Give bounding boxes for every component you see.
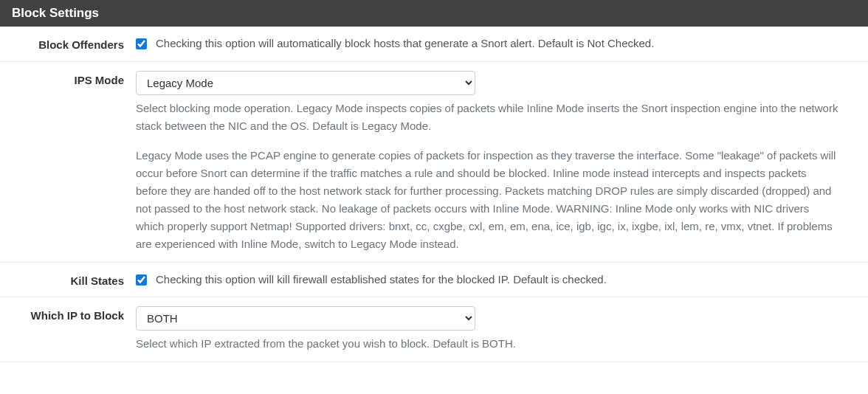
kill-states-checkbox[interactable] (136, 274, 147, 286)
block-offenders-control: Checking this option will automatically … (136, 35, 868, 52)
block-offenders-checkbox[interactable] (136, 38, 147, 49)
which-ip-label: Which IP to Block (0, 306, 136, 353)
kill-states-checkbox-row: Checking this option will kill firewall … (136, 272, 838, 288)
which-ip-select[interactable]: BOTH (136, 306, 475, 331)
kill-states-label: Kill States (0, 272, 136, 288)
block-offenders-label: Block Offenders (0, 35, 136, 52)
which-ip-control: BOTH Select which IP extracted from the … (136, 306, 868, 353)
ips-mode-label: IPS Mode (0, 71, 136, 253)
ips-mode-help-1: Select blocking mode operation. Legacy M… (136, 100, 838, 135)
kill-states-control: Checking this option will kill firewall … (136, 272, 868, 288)
ips-mode-control: Legacy Mode Select blocking mode operati… (136, 71, 868, 253)
kill-states-description: Checking this option will kill firewall … (156, 272, 607, 288)
form-group-kill-states: Kill States Checking this option will ki… (0, 263, 868, 298)
form-group-ips-mode: IPS Mode Legacy Mode Select blocking mod… (0, 62, 868, 263)
ips-mode-help-2: Legacy Mode uses the PCAP engine to gene… (136, 147, 838, 253)
panel-header: Block Settings (0, 0, 868, 27)
block-offenders-checkbox-row: Checking this option will automatically … (136, 35, 838, 52)
form-group-which-ip: Which IP to Block BOTH Select which IP e… (0, 297, 868, 362)
which-ip-help: Select which IP extracted from the packe… (136, 335, 838, 353)
block-offenders-description: Checking this option will automatically … (156, 35, 654, 52)
form-group-block-offenders: Block Offenders Checking this option wil… (0, 27, 868, 62)
panel-title: Block Settings (12, 6, 99, 20)
ips-mode-select[interactable]: Legacy Mode (136, 71, 475, 95)
